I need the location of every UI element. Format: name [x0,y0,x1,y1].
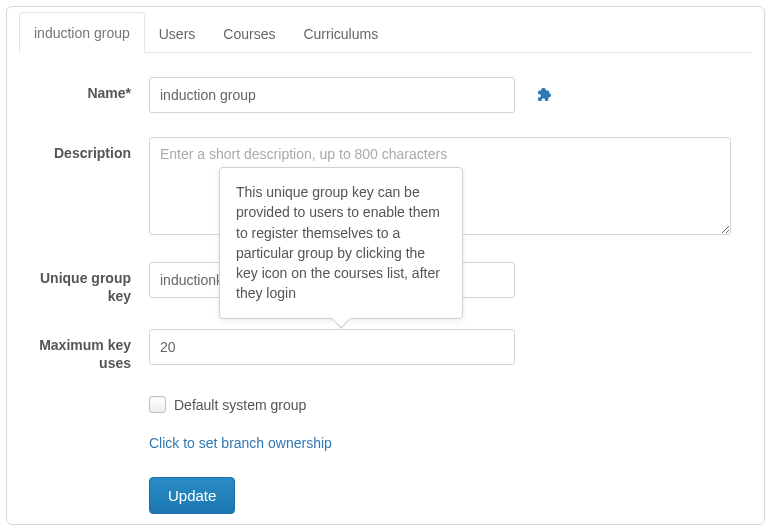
max-uses-input[interactable] [149,329,515,365]
tab-bar: induction group Users Courses Curriculum… [19,7,752,53]
update-button[interactable]: Update [149,477,235,514]
name-input[interactable] [149,77,515,113]
group-edit-panel: induction group Users Courses Curriculum… [6,6,765,525]
default-group-checkbox-row[interactable]: Default system group [149,396,332,413]
default-group-label: Default system group [174,397,306,413]
unique-key-label: Unique group key [27,262,149,305]
name-label: Name* [27,77,149,103]
description-label: Description [27,137,149,163]
max-uses-label: Maximum key uses [27,329,149,372]
row-options: Default system group Click to set branch… [27,396,744,514]
unique-key-tooltip: This unique group key can be provided to… [219,167,463,319]
row-max-uses: Maximum key uses [27,329,744,372]
tooltip-text: This unique group key can be provided to… [236,184,440,301]
tab-induction-group[interactable]: induction group [19,12,145,53]
row-name: Name* [27,77,744,113]
form-area: Name* Description Unique group key [19,53,752,514]
checkbox-icon[interactable] [149,396,166,413]
tab-courses[interactable]: Courses [209,14,289,53]
options-spacer [27,396,149,404]
tab-curriculums[interactable]: Curriculums [289,14,392,53]
branch-ownership-link[interactable]: Click to set branch ownership [149,435,332,451]
tab-users[interactable]: Users [145,14,210,53]
puzzle-icon[interactable] [537,87,553,106]
